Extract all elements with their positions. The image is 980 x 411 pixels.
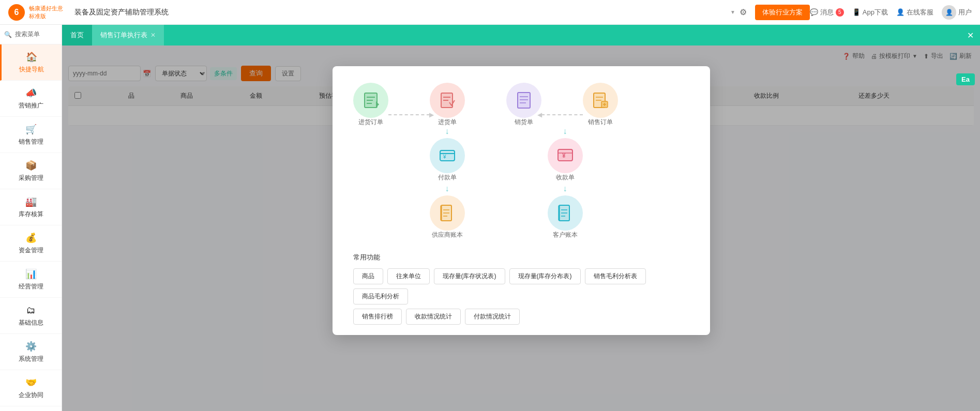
sidebar-item-purchase[interactable]: 📦 采购管理 xyxy=(0,153,62,189)
flow-arrows-down: ↓ ↓ xyxy=(353,127,689,136)
func-button[interactable]: 商品 xyxy=(353,268,383,284)
receipt-circle: ¥ xyxy=(548,138,583,173)
message-label: 消息 xyxy=(820,8,834,17)
svg-rect-38 xyxy=(558,205,560,221)
payment-icon: ¥ xyxy=(438,146,457,165)
finance-label: 资金管理 xyxy=(19,246,43,255)
flow-node-supplier-ledger[interactable]: 供应商账本 xyxy=(430,195,465,239)
enterprise-icon: 🤝 xyxy=(25,376,37,389)
flow-node-customer-ledger[interactable]: 客户账本 xyxy=(548,195,583,239)
supplier-ledger-label: 供应商账本 xyxy=(432,231,463,239)
basic-info-label: 基础信息 xyxy=(19,318,43,327)
app-download-button[interactable]: 📱 App下载 xyxy=(852,8,888,17)
tab-sales-order[interactable]: 销售订单执行表 ✕ xyxy=(92,25,164,45)
svg-rect-32 xyxy=(440,205,442,221)
gear-icon[interactable]: ⚙ xyxy=(740,7,747,17)
modal: 进货订单 ▶ xyxy=(333,66,710,335)
content-area: 首页 销售订单执行表 ✕ ✕ ❓ 帮助 🖨 按模板打印 ▼ xyxy=(62,25,980,411)
spacer2 xyxy=(465,127,548,136)
page-content: ❓ 帮助 🖨 按模板打印 ▼ ⬆ 导出 🔄 刷新 xyxy=(62,45,980,411)
purchase-order-icon xyxy=(361,91,380,110)
sales-order-icon xyxy=(591,91,610,110)
purchase-order-label: 进货订单 xyxy=(358,118,383,127)
sidebar-item-sales[interactable]: 🛒 销售管理 xyxy=(0,117,62,153)
sidebar-item-finance[interactable]: 💰 资金管理 xyxy=(0,225,62,262)
sidebar-item-inventory[interactable]: 🏭 库存核算 xyxy=(0,189,62,225)
quick-nav-icon: 🏠 xyxy=(25,51,38,63)
flow-node-sales-order[interactable]: 销售订单 xyxy=(583,83,618,127)
enterprise-label: 企业协同 xyxy=(19,391,43,400)
flow-arrows-down-2: ↓ ↓ xyxy=(353,184,689,193)
arrow-down-4: ↓ xyxy=(548,184,583,193)
spacer3 xyxy=(465,138,548,182)
receipt-icon: ¥ xyxy=(556,146,575,165)
arrow-down-2: ↓ xyxy=(548,127,583,136)
user-button[interactable]: 👤 用户 xyxy=(942,5,972,20)
sidebar-item-quick-nav[interactable]: 🏠 快捷导航 xyxy=(0,44,62,81)
service-label: 在线客服 xyxy=(907,8,933,17)
tab-close-icon[interactable]: ✕ xyxy=(150,32,156,39)
marketing-icon: 📣 xyxy=(25,87,37,99)
modal-content: 进货订单 ▶ xyxy=(333,66,710,335)
func-button[interactable]: 商品毛利分析 xyxy=(353,288,408,305)
func-buttons-row2: 销售排行榜收款情况统计付款情况统计 xyxy=(353,309,689,325)
inventory-icon: 🏭 xyxy=(25,195,37,208)
flow-node-purchase-receipt[interactable]: 进货单 xyxy=(430,83,465,127)
sales-icon: 🛒 xyxy=(25,123,37,135)
sidebar-item-basic-info[interactable]: 🗂 基础信息 xyxy=(0,298,62,334)
message-button[interactable]: 💬 消息 5 xyxy=(810,8,844,17)
flow-node-purchase-order[interactable]: 进货订单 xyxy=(353,83,388,127)
sidebar-item-system[interactable]: ⚙️ 系统管理 xyxy=(0,334,62,370)
svg-rect-10 xyxy=(518,93,530,108)
operations-label: 经营管理 xyxy=(19,282,43,291)
arrow-2: ◀ xyxy=(541,114,583,127)
logo-text: 畅康通好生意 标准版 xyxy=(29,5,63,20)
purchase-receipt-icon xyxy=(438,91,457,110)
tab-bar-close-icon[interactable]: ✕ xyxy=(961,31,980,40)
sales-bill-circle xyxy=(506,83,541,118)
flow-node-receipt[interactable]: ¥ 收款单 xyxy=(548,138,583,182)
sidebar-item-enterprise[interactable]: 🤝 企业协同 xyxy=(0,370,62,406)
svg-text:¥: ¥ xyxy=(443,154,446,160)
system-label: 系统管理 xyxy=(19,355,43,363)
sales-label: 销售管理 xyxy=(19,138,43,146)
func-button[interactable]: 销售排行榜 xyxy=(353,309,402,325)
sales-order-node-label: 销售订单 xyxy=(588,118,613,127)
func-button[interactable]: 往来单位 xyxy=(387,268,430,284)
logo-area: 6 畅康通好生意 标准版 xyxy=(8,4,70,21)
service-icon: 👤 xyxy=(896,8,904,16)
func-button[interactable]: 付款情况统计 xyxy=(465,309,520,325)
customer-ledger-label: 客户账本 xyxy=(553,231,578,239)
flow-section: 进货订单 ▶ xyxy=(353,83,689,248)
modal-overlay: 进货订单 ▶ xyxy=(62,45,980,411)
online-service-button[interactable]: 👤 在线客服 xyxy=(896,8,933,17)
tab-home-label: 首页 xyxy=(70,31,84,40)
sidebar-search[interactable]: 🔍 搜索菜单 xyxy=(0,25,62,44)
app-label: App下载 xyxy=(863,8,888,17)
system-dropdown-icon[interactable]: ▼ xyxy=(730,9,735,15)
arrow-1: ▶ xyxy=(388,114,430,127)
func-button[interactable]: 销售毛利分析表 xyxy=(585,268,646,284)
experience-button[interactable]: 体验行业方案 xyxy=(755,5,810,20)
logo-line2: 标准版 xyxy=(29,12,63,20)
tab-bar: 首页 销售订单执行表 ✕ ✕ xyxy=(62,25,980,45)
logo-icon: 6 xyxy=(8,4,25,21)
header-actions: 💬 消息 5 📱 App下载 👤 在线客服 👤 用户 xyxy=(810,5,972,20)
basic-info-icon: 🗂 xyxy=(25,304,37,316)
func-button[interactable]: 现存量(库存分布表) xyxy=(509,268,581,284)
flow-row-2: ¥ 付款单 xyxy=(353,138,689,182)
user-label: 用户 xyxy=(958,8,972,17)
flow-node-sales-bill[interactable]: 销货单 xyxy=(506,83,541,127)
purchase-label: 采购管理 xyxy=(19,174,43,182)
message-badge: 5 xyxy=(836,8,844,17)
tab-home[interactable]: 首页 xyxy=(62,25,92,45)
payment-circle: ¥ xyxy=(430,138,465,173)
customer-ledger-icon xyxy=(556,204,575,222)
system-icon: ⚙️ xyxy=(25,340,37,353)
sidebar-item-newbie[interactable]: 📖 新手引导 xyxy=(0,406,62,411)
func-button[interactable]: 现存量(库存状况表) xyxy=(434,268,505,284)
flow-node-payment[interactable]: ¥ 付款单 xyxy=(430,138,465,182)
func-button[interactable]: 收款情况统计 xyxy=(406,309,461,325)
sidebar-item-marketing[interactable]: 📣 营销推广 xyxy=(0,81,62,117)
sidebar-item-operations[interactable]: 📊 经营管理 xyxy=(0,262,62,298)
